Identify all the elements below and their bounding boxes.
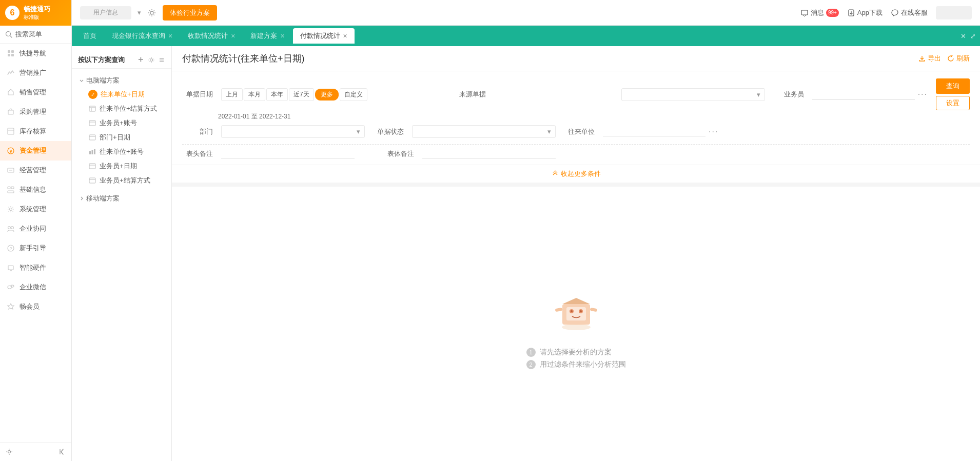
empty-step-1: 1 请先选择要分析的方案 (526, 348, 626, 357)
sidebar-item-basic[interactable]: 基础信息 (0, 180, 71, 199)
sidebar-item-inventory[interactable]: 库存核算 (0, 122, 71, 141)
scheme-item-unit-payment[interactable]: 往来单位+结算方式 (76, 102, 167, 116)
staff-input[interactable] (812, 90, 915, 99)
last-month-btn[interactable]: 上月 (221, 88, 243, 101)
scheme-item-staff-date[interactable]: 业务员+日期 (76, 159, 167, 173)
sidebar-search-label: 搜索菜单 (15, 30, 42, 39)
sidebar-item-wechat[interactable]: 企业微信 (0, 277, 71, 297)
empty-state: 1 请先选择要分析的方案 2 用过滤条件来缩小分析范围 (172, 187, 980, 461)
custom-btn[interactable]: 自定义 (340, 88, 367, 101)
svg-point-17 (8, 227, 11, 229)
sidebar-item-member[interactable]: 畅会员 (0, 297, 71, 316)
svg-rect-41 (92, 150, 93, 154)
sidebar-item-system[interactable]: 系统管理 (0, 199, 71, 219)
tab-home[interactable]: 首页 (76, 28, 104, 44)
sidebar-item-capital[interactable]: ¥ 资金管理 (0, 141, 71, 161)
more-btn[interactable]: 更多 (315, 89, 339, 101)
sidebar-item-marketing[interactable]: 营销推广 (0, 63, 71, 83)
scheme-label: 往来单位+日期 (101, 90, 145, 99)
sidebar-item-label: 企业协同 (19, 224, 46, 233)
online-service-btn[interactable]: 在线客服 (891, 8, 928, 17)
operations-icon (6, 166, 15, 175)
collapse-sidebar-btn[interactable] (58, 448, 66, 456)
sidebar-item-label: 快捷导航 (19, 49, 46, 58)
tabs-actions: ✕ ⤢ (961, 32, 976, 40)
header-note-input[interactable] (221, 149, 355, 158)
app-download-label: App下载 (857, 8, 883, 17)
scheme-settings-btn[interactable] (148, 56, 155, 64)
page-title: 付款情况统计(往来单位+日期) (182, 52, 305, 65)
app-download-btn[interactable]: App下载 (847, 8, 883, 17)
source-label: 来源单据 (459, 90, 486, 98)
settings-footer-btn[interactable] (5, 448, 13, 456)
tab-expand[interactable]: ⤢ (970, 32, 976, 40)
partner-dots-btn[interactable]: ··· (709, 127, 718, 136)
sidebar-item-operations[interactable]: 经营管理 (0, 161, 71, 180)
add-scheme-btn[interactable]: ＋ (136, 54, 145, 65)
user-avatar[interactable] (936, 6, 972, 19)
scheme-item-staff-payment[interactable]: 业务员+结算方式 (76, 173, 167, 188)
tab-income-stats-close[interactable]: × (231, 32, 235, 40)
messages-badge: 99+ (826, 9, 839, 17)
dept-select[interactable]: ▾ (221, 125, 365, 138)
tab-payment-stats-close[interactable]: × (343, 32, 347, 40)
export-btn[interactable]: 导出 (918, 54, 941, 63)
collapse-filter-btn[interactable]: 收起更多条件 (552, 169, 601, 178)
svg-rect-6 (8, 110, 13, 114)
tabs-bar: 首页 现金银行流水查询 × 收款情况统计 × 新建方案 × 付款情况统计 × ✕… (72, 26, 980, 46)
sidebar-item-cooperation[interactable]: 企业协同 (0, 219, 71, 238)
scheme-item-staff-account[interactable]: 业务员+账号 (76, 116, 167, 130)
tab-payment-stats[interactable]: 付款情况统计 × (293, 28, 355, 44)
filter-settings-btn[interactable]: 设置 (936, 96, 970, 110)
sidebar-item-purchase[interactable]: 采购管理 (0, 102, 71, 122)
topbar-settings-icon[interactable] (147, 8, 156, 17)
this-year-btn[interactable]: 本年 (266, 88, 288, 101)
query-btn[interactable]: 查询 (936, 78, 970, 94)
voucher-status-select[interactable]: ▾ (412, 125, 556, 138)
scheme-item-unit-account[interactable]: 往来单位+账号 (76, 145, 167, 159)
sidebar-footer (0, 442, 71, 461)
tab-new-scheme-close[interactable]: × (280, 32, 284, 40)
refresh-btn[interactable]: 刷新 (947, 54, 970, 63)
svg-rect-29 (801, 10, 808, 15)
tab-new-scheme[interactable]: 新建方案 × (243, 28, 291, 44)
svg-point-53 (580, 310, 582, 312)
tab-income-stats[interactable]: 收款情况统计 × (181, 28, 242, 44)
scheme-label: 业务员+账号 (100, 118, 137, 128)
sidebar-item-label: 资金管理 (19, 146, 46, 155)
svg-point-47 (562, 324, 591, 330)
this-month-btn[interactable]: 本月 (244, 88, 265, 101)
last7-btn[interactable]: 近7天 (289, 88, 314, 101)
tab-income-stats-label: 收款情况统计 (188, 31, 228, 41)
sidebar-search[interactable]: 搜索菜单 (0, 26, 71, 44)
staff-dots-btn[interactable]: ··· (918, 90, 928, 99)
svg-rect-4 (8, 54, 10, 56)
partner-input[interactable] (603, 127, 705, 136)
search-icon (5, 31, 12, 38)
sales-icon (6, 88, 15, 97)
sidebar-item-sales[interactable]: 销售管理 (0, 83, 71, 102)
scheme-item-dept-date[interactable]: 部门+日期 (76, 130, 167, 145)
logo-icon: 6 (5, 6, 19, 20)
scheme-item-unit-date[interactable]: ✓ 往来单位+日期 (76, 87, 167, 102)
sidebar-item-quick-nav[interactable]: 快捷导航 (0, 44, 71, 63)
tab-close-all[interactable]: ✕ (961, 32, 966, 40)
filter-row-3: 表头备注 表体备注 (182, 149, 970, 165)
sidebar-item-guide[interactable]: ? 新手引导 (0, 238, 71, 258)
trial-btn[interactable]: 体验行业方案 (163, 5, 217, 21)
body-note-input[interactable] (422, 149, 556, 158)
scheme-label: 往来单位+账号 (100, 147, 144, 156)
source-voucher-select[interactable]: ▾ (621, 88, 765, 101)
tab-cash-flow[interactable]: 现金银行流水查询 × (105, 28, 180, 44)
messages-btn[interactable]: 消息 99+ (800, 8, 839, 17)
scheme-label: 部门+日期 (100, 133, 130, 142)
sidebar-item-hardware[interactable]: 智能硬件 (0, 258, 71, 277)
desktop-group-label[interactable]: 电脑端方案 (76, 74, 167, 87)
scheme-label: 业务员+日期 (100, 162, 137, 171)
scheme-collapse-btn[interactable] (158, 56, 165, 64)
filter-section: 单据日期 上月 本月 本年 近7天 更多 自定义 (172, 71, 980, 183)
mobile-group-label[interactable]: 移动端方案 (76, 192, 167, 205)
tab-cash-flow-close[interactable]: × (168, 32, 172, 40)
user-dropdown-arrow[interactable]: ▾ (138, 9, 141, 16)
sidebar-item-label: 营销推广 (19, 68, 46, 77)
